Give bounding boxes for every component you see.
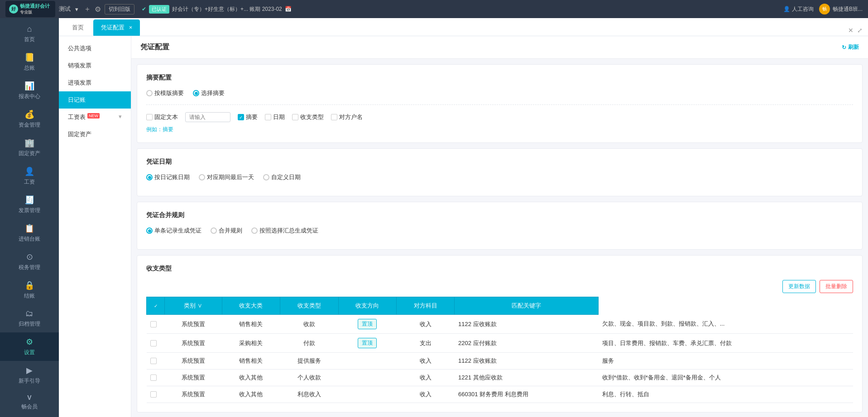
company-name: 测试 <box>59 5 71 13</box>
sidebar-item-label: 税务管理 <box>19 264 40 271</box>
tab-close-icon[interactable]: × <box>129 24 133 31</box>
topbar-actions: ＋ ⚙ 切到旧版 <box>84 4 134 14</box>
cell-keywords: 利息、行转、抵自 <box>599 386 853 403</box>
new-badge: NEW <box>87 113 100 118</box>
user-menu[interactable]: 畅 畅捷通B班... <box>819 4 863 14</box>
sidebar-item-member[interactable]: V 畅会员 <box>0 389 59 415</box>
date-checkbox-box <box>265 114 271 120</box>
tab-home[interactable]: 首页 <box>64 19 91 36</box>
cell-keywords: 收到*借款、收到*备用金、退回*备用金、个人 <box>599 370 853 386</box>
funds-icon: 💰 <box>24 109 34 119</box>
row-checkbox-2[interactable] <box>150 340 157 346</box>
cell-major-type: 销售相关 <box>222 353 280 370</box>
sidebar-item-archive[interactable]: 🗂 归档管理 <box>0 304 59 332</box>
cell-major-type: 收入其他 <box>222 370 280 386</box>
table-row: 系统预置 采购相关 付款 置顶 支出 2202 应付账款 项目、日常费用、报销款… <box>147 334 854 353</box>
left-nav-sales-invoice[interactable]: 销项发票 <box>59 57 131 74</box>
content-area: 首页 凭证配置 × ✕ ⤢ 公共选项 销项发票 进项发票 日记账 工资表NEW … <box>59 18 868 417</box>
settings-icon[interactable]: ⚙ <box>95 5 101 14</box>
summary-checkbox-row: 固定文本 ✓ 摘要 日期 收支类型 <box>146 112 853 122</box>
radio-merge-rule[interactable]: 合并规则 <box>211 227 242 235</box>
batch-delete-button[interactable]: 批量删除 <box>820 280 853 293</box>
edition-label: 专业版 <box>20 9 50 15</box>
merge-section: 凭证合并规则 单条记录生成凭证 合并规则 按照选择汇总生成凭证 <box>137 202 863 250</box>
update-data-button[interactable]: 更新数据 <box>782 280 816 293</box>
radio-custom-date[interactable]: 自定义日期 <box>263 173 301 181</box>
radio-single-record[interactable]: 单条记录生成凭证 <box>146 227 201 235</box>
window-maximize-icon[interactable]: ⤢ <box>857 27 863 34</box>
cell-income-type: 个人收款 <box>280 370 338 386</box>
date-checkbox[interactable]: 日期 <box>265 113 285 121</box>
radio-journal-date[interactable]: 按日记账日期 <box>146 173 190 181</box>
sidebar-item-invoices[interactable]: 🧾 发票管理 <box>0 190 59 219</box>
sidebar-item-assets[interactable]: 🏢 固定资产 <box>0 133 59 162</box>
sidebar-item-label: 资金管理 <box>19 121 40 129</box>
sidebar-item-label: 设置 <box>24 349 35 356</box>
fixed-text-checkbox-box <box>146 114 153 120</box>
purchases-icon: 📋 <box>24 223 34 233</box>
sidebar-item-label: 畅会员 <box>21 403 38 411</box>
cell-direction: 收入 <box>397 386 455 403</box>
sidebar-item-closing[interactable]: 🔒 结账 <box>0 276 59 304</box>
cell-category: 系统预置 <box>165 386 222 403</box>
cell-major-type: 销售相关 <box>222 315 280 334</box>
sidebar-item-label: 固定资产 <box>19 150 40 157</box>
help-icon: 👤 <box>783 6 790 12</box>
switch-version-button[interactable]: 切到旧版 <box>105 4 134 14</box>
window-close-icon[interactable]: ✕ <box>848 27 854 34</box>
summary-checkbox[interactable]: ✓ 摘要 <box>238 113 258 121</box>
tab-voucher-config[interactable]: 凭证配置 × <box>93 19 140 36</box>
help-button[interactable]: 👤 人工咨询 <box>783 5 814 13</box>
add-icon[interactable]: ＋ <box>84 5 91 14</box>
sidebar-item-guide[interactable]: ▶ 新手引导 <box>0 361 59 389</box>
radio-template-summary[interactable]: 按模版摘要 <box>146 89 184 97</box>
sidebar: ⌂ 首页 📒 总账 📊 报表中心 💰 资金管理 🏢 固定资产 👤 工资 🧾 发票… <box>0 18 59 417</box>
row-checkbox-1[interactable] <box>150 321 157 327</box>
company-dropdown-icon[interactable]: ▾ <box>75 6 78 13</box>
date-title: 凭证日期 <box>146 158 853 166</box>
radio-period-last[interactable]: 对应期间最后一天 <box>199 173 254 181</box>
page: 公共选项 销项发票 进项发票 日记账 工资表NEW ▾ 固定资产 凭证配置 ↻ … <box>59 36 868 417</box>
sidebar-item-reports[interactable]: 📊 报表中心 <box>0 76 59 105</box>
sidebar-item-purchases[interactable]: 📋 进销台账 <box>0 219 59 247</box>
select-all-checkbox[interactable]: ✓ <box>153 303 159 309</box>
income-section: 收支类型 更新数据 批量删除 ✓ 类别 ∨ 收支大类 <box>137 255 863 412</box>
radio-summary-voucher[interactable]: 按照选择汇总生成凭证 <box>251 227 318 235</box>
income-type-checkbox[interactable]: 收支类型 <box>292 113 324 121</box>
col-income-type: 收支类型 <box>280 297 338 315</box>
cell-income-type: 提供服务 <box>280 353 338 370</box>
cell-keywords: 欠款、现金、项目款、到款、报销款、汇入、... <box>599 315 853 334</box>
sidebar-item-funds[interactable]: 💰 资金管理 <box>0 105 59 133</box>
left-nav-public[interactable]: 公共选项 <box>59 40 131 57</box>
left-nav-payroll-table[interactable]: 工资表NEW ▾ <box>59 109 131 126</box>
left-nav-fixed-assets[interactable]: 固定资产 <box>59 126 131 143</box>
refresh-button[interactable]: ↻ 刷新 <box>842 43 859 51</box>
fixed-text-checkbox[interactable]: 固定文本 <box>146 113 178 121</box>
logo-icon: 好 <box>9 5 18 14</box>
counterparty-checkbox-box <box>331 114 337 120</box>
calendar-icon[interactable]: 📅 <box>285 6 292 12</box>
row-checkbox-3[interactable] <box>150 358 157 364</box>
sidebar-item-label: 发票管理 <box>19 207 40 214</box>
sidebar-item-ledger[interactable]: 📒 总账 <box>0 48 59 76</box>
row-checkbox-5[interactable] <box>150 391 157 398</box>
row-checkbox-4[interactable] <box>150 374 157 381</box>
tag-top-2[interactable]: 置顶 <box>358 338 377 348</box>
col-major-type: 收支大类 <box>222 297 280 315</box>
radio-custom-circle <box>263 174 269 180</box>
sidebar-item-payroll[interactable]: 👤 工资 <box>0 162 59 190</box>
radio-select-summary[interactable]: 选择摘要 <box>193 89 225 97</box>
assets-icon: 🏢 <box>24 138 34 148</box>
ledger-icon: 📒 <box>24 52 34 62</box>
sidebar-item-tax[interactable]: ⊙ 税务管理 <box>0 247 59 276</box>
left-nav-purchase-invoice[interactable]: 进项发票 <box>59 74 131 91</box>
sidebar-item-home[interactable]: ⌂ 首页 <box>0 20 59 48</box>
merge-title: 凭证合并规则 <box>146 211 853 219</box>
counterparty-checkbox[interactable]: 对方户名 <box>331 113 363 121</box>
col-keywords: 匹配关键字 <box>455 297 599 315</box>
tag-top-1[interactable]: 置顶 <box>358 319 377 329</box>
sidebar-item-settings[interactable]: ⚙ 设置 <box>0 332 59 361</box>
fixed-text-input[interactable] <box>185 112 230 122</box>
cell-account: 1221 其他应收款 <box>455 370 599 386</box>
left-nav-journal[interactable]: 日记账 <box>59 91 131 109</box>
